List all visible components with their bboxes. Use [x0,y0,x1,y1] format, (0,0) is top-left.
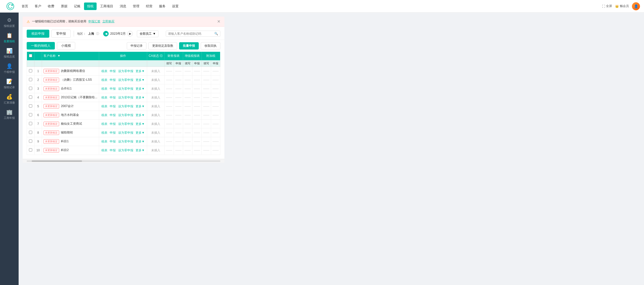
op-more[interactable]: 更多▼ [136,87,145,90]
buy-link[interactable]: 立即购买 [102,19,114,24]
op-more[interactable]: 更多▼ [136,105,145,108]
apply-records-btn[interactable]: 申报记录 [127,42,146,50]
fullscreen-icon: ⛶ [602,5,605,8]
op-more[interactable]: 更多▼ [136,78,145,82]
select-all-checkbox[interactable] [29,54,32,57]
op-apply[interactable]: 申报 [110,140,116,143]
row-checkbox[interactable] [29,148,32,152]
sidebar-item-tax-overview[interactable]: 📊 报税总览 [0,45,19,61]
op-apply[interactable]: 申报 [110,113,116,117]
op-more[interactable]: 更多▼ [136,69,145,73]
op-taxform[interactable]: 税表 [101,122,107,126]
ca-info-icon[interactable]: ⓒ [160,54,163,58]
op-apply[interactable]: 申报 [110,131,116,134]
op-taxform[interactable]: 税表 [101,87,107,90]
op-apply[interactable]: 申报 [110,105,116,108]
small-scale-tab[interactable]: 小规模 [57,42,75,50]
avatar[interactable]: 👤 [632,2,640,10]
op-zero[interactable]: 设为零申报 [118,78,133,82]
row-no: 5 [34,102,42,111]
op-zero[interactable]: 设为零申报 [118,149,133,152]
nav-customer[interactable]: 客户 [32,3,44,10]
row-checkbox[interactable] [29,122,32,125]
nav-home[interactable]: 首页 [19,3,31,10]
vip-btn[interactable]: 👑 畅会员 [615,4,629,8]
op-taxform[interactable]: 税表 [101,149,107,152]
collect-receipt-btn[interactable]: 收取回执 [201,42,220,50]
op-zero[interactable]: 设为零申报 [118,140,133,143]
tax-apply-tab[interactable]: 税款申报 [27,30,49,38]
sort-icon[interactable]: ▼ [57,54,60,58]
nav-invoice[interactable]: 票据 [58,3,70,10]
op-taxform[interactable]: 税表 [101,78,107,82]
row-checkbox[interactable] [29,96,32,99]
op-taxform[interactable]: 税表 [101,96,107,99]
op-taxform[interactable]: 税表 [101,131,107,134]
op-taxform[interactable]: 税表 [101,69,107,73]
op-apply[interactable]: 申报 [110,78,116,82]
staff-selector[interactable]: 全部员工 ▼ [137,30,158,37]
row-checkbox[interactable] [29,139,32,143]
sidebar-item-tax-records[interactable]: 📝 报税记录 [0,76,19,91]
row-checkbox[interactable] [29,113,32,116]
row-checkbox[interactable] [29,78,32,81]
op-more[interactable]: 更多▼ [136,140,145,143]
nav-operation[interactable]: 经营 [143,3,155,10]
zero-apply-tab[interactable]: 零申报 [51,30,71,38]
op-zero[interactable]: 设为零申报 [118,87,133,90]
op-zero[interactable]: 设为零申报 [118,96,133,99]
sidebar-item-tax-settings[interactable]: ⚙ 报税设置 [0,15,19,30]
op-apply[interactable]: 申报 [110,122,116,126]
logo[interactable] [4,0,17,13]
op-more[interactable]: 更多▼ [136,122,145,126]
scrollbar-thumb[interactable] [32,160,82,162]
row-checkbox[interactable] [29,87,32,90]
nav-manage[interactable]: 管理 [130,3,142,10]
nav-accounting[interactable]: 记账 [71,3,84,10]
op-more[interactable]: 更多▼ [136,113,145,117]
row-checkbox[interactable] [29,104,32,108]
batch-apply-btn[interactable]: 批量申报 [179,42,199,50]
row-checkbox[interactable] [29,131,32,134]
nav-settings[interactable]: 设置 [169,3,182,10]
op-apply[interactable]: 申报 [110,149,116,152]
close-banner-btn[interactable]: ✕ [217,19,220,24]
fullscreen-btn[interactable]: ⛶ 全屏 [602,4,612,8]
sidebar-item-business-annual[interactable]: 🏢 工商年报 [0,107,19,122]
search-input[interactable] [168,32,213,35]
op-zero[interactable]: 设为零申报 [118,122,133,126]
th-sub-add-fill: 填写 [202,60,211,67]
nav-message[interactable]: 消息 [117,3,129,10]
op-taxform[interactable]: 税表 [101,105,107,108]
nav-business[interactable]: 工商项目 [97,3,116,10]
row-checkbox[interactable] [29,69,32,72]
sidebar-item-personal-tax[interactable]: 👤 个税申报 [0,61,19,76]
op-more[interactable]: 更多▼ [136,96,145,99]
nav-billing[interactable]: 收费 [45,3,57,10]
op-apply[interactable]: 申报 [110,96,116,99]
sidebar-item-batch-tax[interactable]: 📋 批量报税 [0,30,19,45]
op-taxform[interactable]: 税表 [101,140,107,143]
sidebar-item-annual-settlement[interactable]: 💰 汇算清缴 [0,91,19,107]
op-taxform[interactable]: 税表 [101,113,107,117]
horizontal-scrollbar[interactable] [23,159,224,163]
region-info-icon[interactable]: ⓘ [96,32,99,36]
update-data-btn[interactable]: 更新统定及取数 [148,42,177,50]
nav-tax[interactable]: 报税 [84,3,97,10]
apply-link[interactable]: 申报汇签 [88,19,100,24]
op-zero[interactable]: 设为零申报 [118,131,133,134]
op-more[interactable]: 更多▼ [136,149,145,152]
op-zero[interactable]: 设为零申报 [118,105,133,108]
op-apply[interactable]: 申报 [110,69,116,73]
op-zero[interactable]: 设为零申报 [118,113,133,117]
op-more[interactable]: 更多▼ [136,131,145,134]
search-icon[interactable]: 🔍 [214,32,218,35]
staff-dropdown-icon: ▼ [153,32,156,35]
nav-service[interactable]: 服务 [156,3,169,10]
prev-month-btn[interactable]: ◀ [103,31,109,36]
row-f2: —— [174,146,183,155]
op-apply[interactable]: 申报 [110,87,116,90]
next-month-btn[interactable]: ▶ [127,31,133,36]
general-taxpayer-tab[interactable]: 一般的纳税人 [27,42,55,50]
op-zero[interactable]: 设为零申报 [118,69,133,73]
